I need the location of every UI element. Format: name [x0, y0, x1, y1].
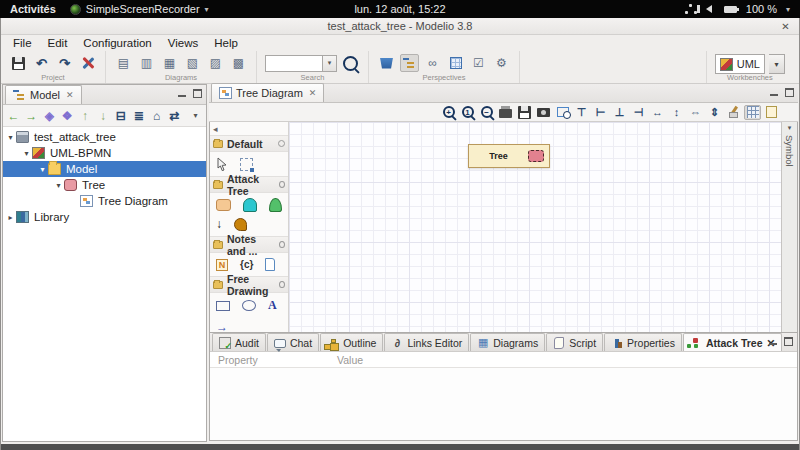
and-node-tool[interactable]: [243, 198, 256, 212]
palette-section-free-drawing[interactable]: Free Drawing: [210, 276, 288, 293]
maximize-icon[interactable]: [784, 337, 793, 346]
column-value[interactable]: Value: [337, 354, 363, 366]
rectangle-tool[interactable]: [216, 301, 230, 311]
expander-icon[interactable]: ▾: [37, 165, 48, 174]
activities-button[interactable]: Activités: [10, 3, 56, 15]
tab-attack-tree[interactable]: Attack Tree ✕: [683, 333, 782, 351]
undo-button[interactable]: ↶: [32, 54, 51, 72]
close-icon[interactable]: ✕: [309, 88, 317, 98]
tab-audit[interactable]: Audit: [212, 333, 266, 351]
perspective-links-button[interactable]: ∞: [423, 54, 442, 72]
page-setup-button[interactable]: [763, 105, 780, 120]
minimize-icon[interactable]: [769, 337, 778, 346]
node-stereotype-icon[interactable]: [528, 150, 544, 162]
menu-file[interactable]: File: [5, 36, 40, 50]
palette-section-attack-tree[interactable]: Attack Tree: [210, 176, 288, 193]
tab-tree-diagram[interactable]: Tree Diagram ✕: [211, 83, 324, 102]
tab-outline[interactable]: Outline: [320, 333, 383, 351]
line-tool[interactable]: →: [216, 320, 228, 332]
align-bottom-button[interactable]: ⊥: [611, 105, 628, 120]
expander-icon[interactable]: ▾: [21, 149, 32, 158]
text-tool[interactable]: A: [268, 298, 277, 313]
zoom-actual-button[interactable]: 1: [459, 105, 476, 120]
palette-section-notes[interactable]: Notes and ...: [210, 236, 288, 253]
collapse-all-button[interactable]: ⊟: [113, 108, 128, 124]
activity-diagram-button[interactable]: ▨: [206, 54, 225, 72]
save-diagram-button[interactable]: [516, 105, 533, 120]
tab-properties[interactable]: Properties: [604, 333, 682, 351]
tree-row-project[interactable]: ▾ test_attack_tree: [3, 129, 206, 145]
network-icon[interactable]: [685, 4, 697, 14]
tree-node-tool[interactable]: [216, 199, 231, 211]
menu-configuration[interactable]: Configuration: [75, 36, 159, 50]
workbench-select[interactable]: UML: [715, 54, 765, 74]
collapse-palette-icon[interactable]: ◂: [213, 124, 218, 134]
ellipse-tool[interactable]: [242, 300, 256, 311]
symbol-panel-collapsed[interactable]: ▾ Symbol: [781, 122, 797, 332]
same-width-button[interactable]: ⇔: [687, 105, 704, 120]
format-paint-button[interactable]: [725, 105, 742, 120]
center-vertical-button[interactable]: ↕: [668, 105, 685, 120]
print-button[interactable]: [497, 105, 514, 120]
perspective-audit-button[interactable]: ☑: [469, 54, 488, 72]
save-project-button[interactable]: [9, 54, 28, 72]
move-up-button[interactable]: ↑: [78, 108, 93, 124]
app-menu[interactable]: SimpleScreenRecorder ▾: [70, 3, 209, 15]
menu-views[interactable]: Views: [160, 36, 206, 50]
perspective-model-button[interactable]: [400, 54, 419, 72]
refresh-links-button[interactable]: ⇄: [167, 108, 182, 124]
grid-toggle-button[interactable]: [744, 105, 761, 120]
sequence-diagram-button[interactable]: ▦: [160, 54, 179, 72]
tab-diagrams[interactable]: ▦ Diagrams: [470, 333, 545, 351]
link-with-editor-button[interactable]: ≣: [131, 108, 146, 124]
previous-selection-button[interactable]: ◈: [42, 108, 57, 124]
align-top-button[interactable]: ⊤: [573, 105, 590, 120]
constraint-tool[interactable]: {c}: [240, 259, 253, 270]
column-property[interactable]: Property: [210, 354, 337, 366]
tree-row-library[interactable]: ▸ Library: [3, 209, 206, 225]
tree-row-model[interactable]: ▾ Model: [3, 161, 206, 177]
center-horizontal-button[interactable]: ↔: [649, 105, 666, 120]
palette-section-default[interactable]: Default: [210, 135, 288, 152]
home-button[interactable]: ⌂: [149, 108, 164, 124]
perspective-project-button[interactable]: [377, 54, 396, 72]
system-menu-chevron-icon[interactable]: ▾: [786, 5, 790, 14]
state-diagram-button[interactable]: ▧: [183, 54, 202, 72]
search-button[interactable]: [341, 54, 360, 72]
minimize-icon[interactable]: [178, 89, 187, 98]
view-menu-icon[interactable]: ▾: [188, 108, 203, 124]
tab-links-editor[interactable]: ∂ Links Editor: [384, 333, 469, 351]
minimize-icon[interactable]: [770, 88, 779, 97]
tree-row-tree-diagram[interactable]: Tree Diagram: [3, 193, 206, 209]
class-diagram-button[interactable]: ▤: [114, 54, 133, 72]
usecase-diagram-button[interactable]: ▥: [137, 54, 156, 72]
or-node-tool[interactable]: [269, 198, 282, 212]
tree-row-umlbpmn[interactable]: ▾ UML-BPMN: [3, 145, 206, 161]
same-height-button[interactable]: ⇕: [706, 105, 723, 120]
note-tool[interactable]: N: [216, 259, 228, 271]
tree-row-tree[interactable]: ▾ Tree: [3, 177, 206, 193]
matrix-diagram-button[interactable]: ▩: [229, 54, 248, 72]
expander-icon[interactable]: ▸: [5, 213, 16, 222]
navigate-back-button[interactable]: ←: [6, 108, 21, 124]
document-tool[interactable]: [265, 258, 275, 271]
align-right-button[interactable]: ⊣: [630, 105, 647, 120]
marquee-select-tool[interactable]: [240, 158, 253, 171]
property-table-body[interactable]: [210, 368, 797, 440]
zoom-selection-button[interactable]: [554, 105, 571, 120]
workbench-dropdown-icon[interactable]: ▾: [769, 54, 785, 74]
title-bar[interactable]: test_attack_tree - Modelio 3.8 ✕: [1, 18, 799, 35]
zoom-in-button[interactable]: +: [440, 105, 457, 120]
expander-icon[interactable]: ▾: [53, 181, 64, 190]
configuration-tools-button[interactable]: [78, 54, 97, 72]
maximize-icon[interactable]: [785, 88, 794, 97]
volume-icon[interactable]: [706, 5, 712, 13]
move-down-button[interactable]: ↓: [96, 108, 111, 124]
search-input[interactable]: [265, 55, 323, 72]
tab-script[interactable]: Script: [546, 333, 603, 351]
menu-help[interactable]: Help: [206, 36, 246, 50]
next-selection-button[interactable]: ❖: [60, 108, 75, 124]
window-close-icon[interactable]: ✕: [779, 20, 792, 33]
tree-root-node[interactable]: Tree: [468, 144, 550, 168]
select-tool[interactable]: [216, 157, 228, 171]
